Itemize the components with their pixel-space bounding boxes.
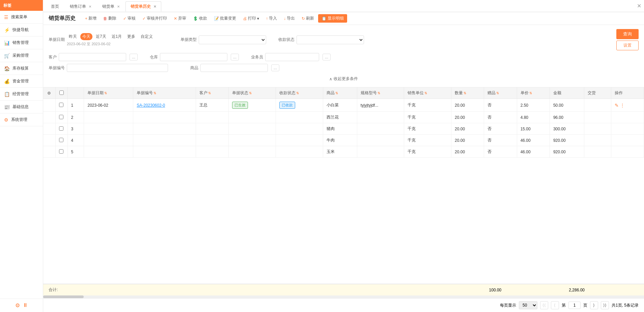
sidebar-footer: ⚙ ⏸	[0, 298, 43, 312]
horizontal-scrollbar[interactable]	[43, 295, 644, 298]
filter-panel: 单据日期 昨天 今天 近7天 近1月 更多 自定义 2023-06-02 至 2…	[43, 25, 644, 87]
payment-select[interactable]	[297, 35, 364, 44]
customer-input[interactable]	[59, 53, 126, 61]
th-doc-no[interactable]: 单据编号	[133, 87, 196, 99]
row-checkbox[interactable]	[59, 149, 63, 154]
per-page-select[interactable]: 50 10 20 100	[519, 301, 537, 309]
delete-button[interactable]: 🗑 删除	[101, 14, 119, 23]
sidebar-item-ops-mgmt[interactable]: 📋 经营管理	[0, 88, 43, 101]
tab-sales-order-close[interactable]: ✕	[89, 5, 91, 8]
setting-button[interactable]: 设置	[616, 41, 639, 50]
cell-action	[611, 146, 644, 158]
import-icon: ↑	[266, 16, 268, 21]
payment-label: 收款状态	[278, 37, 295, 43]
next-page-btn[interactable]: ⟩	[590, 301, 598, 309]
tab-sales-history-close[interactable]: ✕	[153, 5, 156, 8]
cell-checkbox[interactable]	[55, 135, 67, 146]
refresh-button[interactable]: ↻ 刷新	[299, 14, 317, 23]
th-customer[interactable]: 客户	[196, 87, 229, 99]
warehouse-input[interactable]	[160, 53, 227, 61]
scrollbar-thumb[interactable]	[43, 295, 84, 298]
th-qty[interactable]: 数量	[451, 87, 484, 99]
show-detail-button[interactable]: 📋 显示明细	[318, 14, 347, 23]
add-button[interactable]: + 新增	[82, 14, 99, 23]
page-number-input[interactable]	[568, 302, 581, 309]
tab-sales-goods-close[interactable]: ✕	[117, 5, 120, 8]
cell-checkbox[interactable]	[55, 146, 67, 158]
goods-ellipsis[interactable]: ...	[271, 64, 279, 71]
last-page-btn[interactable]: ⟩⟩	[601, 301, 609, 309]
cell-spec	[357, 112, 404, 123]
customer-ellipsis[interactable]: ...	[130, 54, 138, 60]
more-action[interactable]: ⋮	[620, 103, 625, 108]
th-spec[interactable]: 规格型号	[357, 87, 404, 99]
date-7days[interactable]: 近7天	[94, 33, 108, 40]
date-yesterday[interactable]: 昨天	[67, 33, 79, 40]
settings-icon[interactable]: ⚙	[15, 302, 20, 309]
abandon-button[interactable]: ✕ 弃审	[171, 14, 189, 23]
th-gift[interactable]: 赠品	[484, 87, 517, 99]
sidebar-item-purchase-mgmt[interactable]: 🛒 采购管理	[0, 49, 43, 62]
sidebar-item-finance[interactable]: 💰 资金管理	[0, 75, 43, 88]
doc-no-link[interactable]: SA-20230602-0	[137, 103, 165, 108]
batch-change-button[interactable]: 📝 批量变更	[211, 14, 239, 23]
row-checkbox[interactable]	[59, 126, 63, 131]
th-goods[interactable]: 商品	[323, 87, 357, 99]
cell-exchange	[584, 99, 611, 112]
page-suffix: 页	[583, 303, 587, 308]
export-button[interactable]: ↓ 导出	[281, 14, 298, 23]
tab-home[interactable]: 首页	[46, 1, 64, 11]
agent-ellipsis[interactable]: ...	[323, 54, 331, 60]
th-checkbox[interactable]	[55, 87, 67, 99]
tab-sales-order[interactable]: 销售订单 ✕	[65, 1, 96, 11]
th-amount: 金额	[550, 87, 584, 99]
first-page-btn[interactable]: ⟨⟨	[540, 301, 548, 309]
close-all-tabs[interactable]: ✕	[637, 3, 641, 9]
cell-checkbox[interactable]	[55, 123, 67, 135]
date-1month[interactable]: 近1月	[110, 33, 124, 40]
tab-sales-history[interactable]: 销货单历史 ✕	[125, 1, 161, 11]
agent-input[interactable]	[265, 53, 319, 61]
goods-input[interactable]	[200, 64, 268, 72]
cell-action	[611, 135, 644, 146]
print-button[interactable]: 🖨 打印 ▾	[240, 14, 262, 23]
th-doc-status[interactable]: 单据状态	[229, 87, 276, 99]
cell-exchange	[584, 112, 611, 123]
sidebar-item-inventory[interactable]: 🏠 库存核算	[0, 62, 43, 75]
th-gear[interactable]: ⚙	[43, 87, 55, 99]
row-checkbox[interactable]	[59, 115, 63, 119]
tab-sales-goods[interactable]: 销货单 ✕	[97, 1, 125, 11]
warehouse-ellipsis[interactable]: ...	[231, 54, 239, 60]
cell-checkbox[interactable]	[55, 99, 67, 112]
th-doc-date[interactable]: 单据日期	[84, 87, 133, 99]
sidebar-item-quick-nav[interactable]: ⚡ 快捷导航	[0, 24, 43, 36]
doc-no-input[interactable]	[67, 64, 168, 72]
row-checkbox[interactable]	[59, 103, 63, 107]
edit-action[interactable]: ✎	[615, 103, 619, 108]
sidebar-item-search-menu[interactable]: ☰ 搜索菜单	[0, 11, 43, 24]
sidebar-item-sys-mgmt[interactable]: ⚙ 系统管理	[0, 113, 43, 126]
prev-page-btn[interactable]: ⟨	[551, 301, 559, 309]
collect-button[interactable]: 💲 收款	[190, 14, 210, 23]
sidebar-item-sales-mgmt[interactable]: 📊 销售管理	[0, 36, 43, 49]
date-custom[interactable]: 自定义	[139, 33, 155, 40]
audit-button[interactable]: ✓ 审核	[120, 14, 138, 23]
import-button[interactable]: ↑ 导入	[263, 14, 280, 23]
query-button[interactable]: 查询	[616, 29, 639, 39]
audit-print-button[interactable]: ✓ 审核并打印	[140, 14, 170, 23]
filter-row-1: 单据日期 昨天 今天 近7天 近1月 更多 自定义 2023-06-02 至 2…	[49, 29, 639, 50]
pause-icon[interactable]: ⏸	[23, 302, 28, 309]
select-all-checkbox[interactable]	[59, 90, 64, 95]
sidebar-item-basic-info[interactable]: 📰 基础信息	[0, 101, 43, 113]
cell-gear	[43, 146, 55, 158]
date-today[interactable]: 今天	[80, 33, 92, 40]
cell-checkbox[interactable]	[55, 112, 67, 123]
cell-doc-no[interactable]: SA-20230602-0	[133, 99, 196, 112]
row-checkbox[interactable]	[59, 138, 63, 142]
th-price[interactable]: 单价	[517, 87, 550, 99]
collapse-button[interactable]: ∧ 收起更多条件	[49, 75, 639, 83]
type-select[interactable]	[199, 35, 266, 44]
date-more[interactable]: 更多	[125, 33, 137, 40]
th-unit[interactable]: 销售单位	[404, 87, 451, 99]
th-pay-status[interactable]: 收款状态	[276, 87, 323, 99]
